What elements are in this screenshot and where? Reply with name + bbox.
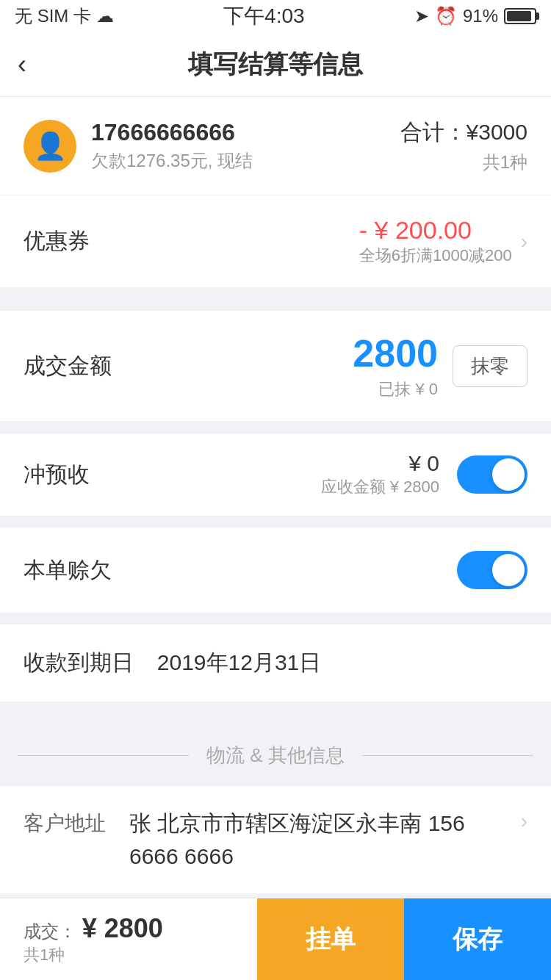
avatar: 👤 (24, 120, 76, 173)
deal-amount-value: 2800 (353, 331, 438, 375)
alarm-icon: ⏰ (435, 6, 457, 26)
total-value: ¥3000 (467, 120, 527, 144)
customer-left: 👤 17666666666 欠款1276.35元, 现结 (24, 119, 253, 173)
total-amount: 合计：¥3000 (400, 118, 527, 148)
deal-amount-row: 成交金额 2800 已抹 ¥ 0 抹零 (24, 311, 527, 421)
coupon-row[interactable]: 优惠券 - ¥ 200.00 全场6折满1000减200 › (0, 195, 551, 287)
debit-label: 本单赊欠 (24, 555, 112, 586)
bottom-summary: 成交： ¥ 2800 共1种 (0, 913, 257, 966)
customer-card: 👤 17666666666 欠款1276.35元, 现结 合计：¥3000 共1… (0, 97, 551, 287)
customer-subtitle: 欠款1276.35元, 现结 (91, 149, 253, 173)
debit-row: 本单赊欠 (24, 527, 527, 613)
duedate-label: 收款到期日 (24, 650, 134, 674)
customer-right: 合计：¥3000 共1种 (400, 118, 527, 174)
hold-button[interactable]: 挂单 (257, 898, 404, 981)
nav-bar: ‹ 填写结算等信息 (0, 32, 551, 97)
sim-label: 无 SIM 卡 ☁ (15, 4, 114, 28)
content-area: 👤 17666666666 欠款1276.35元, 现结 合计：¥3000 共1… (0, 97, 551, 980)
address-value: 张 北京市市辖区海淀区永丰南 156 6666 6666 (129, 807, 509, 873)
summary-label: 成交： (24, 921, 76, 941)
total-label: 合计： (400, 120, 467, 144)
customer-info: 17666666666 欠款1276.35元, 现结 (91, 119, 253, 173)
logistics-header: 物流 & 其他信息 (0, 725, 551, 786)
chevron-right-icon: › (521, 230, 527, 253)
coupon-info: - ¥ 200.00 全场6折满1000减200 (359, 216, 512, 267)
summary-amount: ¥ 2800 (82, 913, 163, 943)
customer-phone: 17666666666 (91, 119, 253, 146)
prepay-label: 冲预收 (24, 460, 90, 490)
coupon-amount: - ¥ 200.00 (359, 216, 512, 245)
deal-amount-label: 成交金额 (24, 351, 112, 381)
coupon-desc: 全场6折满1000减200 (359, 245, 512, 267)
section-divider-1 (0, 299, 551, 311)
prepay-amount-block: ¥ 0 应收金额 ¥ 2800 (321, 451, 439, 498)
prepay-right: ¥ 0 应收金额 ¥ 2800 (321, 451, 527, 498)
duedate-value: 2019年12月31日 (157, 650, 321, 674)
debit-section: 本单赊欠 (0, 527, 551, 613)
status-bar: 无 SIM 卡 ☁ 下午4:03 ➤ ⏰ 91% (0, 0, 551, 32)
amount-section: 成交金额 2800 已抹 ¥ 0 抹零 (0, 311, 551, 421)
chevron-right-icon: › (521, 807, 527, 833)
summary-count: 共1种 (24, 944, 234, 966)
section-divider-2 (0, 516, 551, 527)
battery-label: 91% (463, 6, 498, 26)
battery-icon (504, 8, 536, 24)
coupon-right: - ¥ 200.00 全场6折满1000减200 › (359, 216, 527, 267)
address-section[interactable]: 客户地址 张 北京市市辖区海淀区永丰南 156 6666 6666 › (0, 786, 551, 893)
location-icon: ➤ (414, 6, 429, 26)
customer-row: 👤 17666666666 欠款1276.35元, 现结 合计：¥3000 共1… (0, 97, 551, 195)
status-left: 无 SIM 卡 ☁ (15, 4, 114, 28)
coupon-label: 优惠券 (24, 226, 90, 256)
prepay-row: 冲预收 ¥ 0 应收金额 ¥ 2800 (0, 433, 551, 516)
deal-amount-right: 2800 已抹 ¥ 0 抹零 (353, 331, 527, 400)
avatar-icon: 👤 (34, 131, 67, 162)
deal-amount-sub: 已抹 ¥ 0 (353, 378, 438, 400)
page-title: 填写结算等信息 (188, 48, 363, 82)
address-label: 客户地址 (24, 807, 106, 837)
deal-amount-block: 2800 已抹 ¥ 0 (353, 331, 438, 400)
logistics-label: 物流 & 其他信息 (206, 743, 345, 768)
section-divider-3 (0, 713, 551, 725)
duedate-section: 收款到期日 2019年12月31日 (0, 624, 551, 702)
bottom-bar: 成交： ¥ 2800 共1种 挂单 保存 (0, 898, 551, 980)
prepay-sub: 应收金额 ¥ 2800 (321, 476, 439, 498)
status-time: 下午4:03 (223, 2, 305, 30)
round-button[interactable]: 抹零 (453, 345, 527, 387)
save-button[interactable]: 保存 (404, 898, 551, 981)
back-button[interactable]: ‹ (18, 49, 26, 80)
item-count: 共1种 (400, 151, 527, 174)
status-right: ➤ ⏰ 91% (414, 6, 536, 26)
prepay-amount: ¥ 0 (321, 451, 439, 476)
summary-line1: 成交： ¥ 2800 (24, 913, 234, 944)
prepay-toggle[interactable] (457, 455, 527, 494)
debit-toggle[interactable] (457, 551, 527, 589)
